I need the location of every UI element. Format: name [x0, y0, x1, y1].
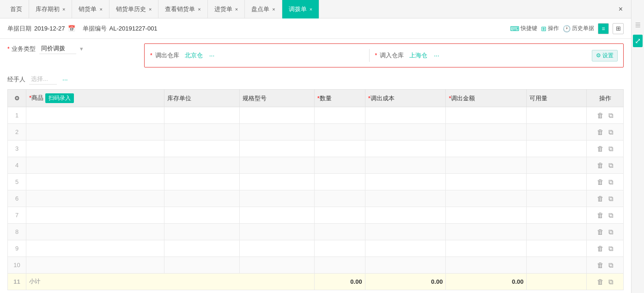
unit-cell-3[interactable]: [164, 140, 239, 157]
delete-button-6[interactable]: 🗑: [596, 195, 605, 202]
quantity-cell-8[interactable]: [314, 224, 365, 240]
tab-sales-order[interactable]: 销货单 ×: [72, 0, 109, 18]
settings-button[interactable]: ⚙ 设置: [592, 50, 618, 61]
copy-button-1[interactable]: ⧉: [608, 111, 614, 120]
spec-cell-2[interactable]: [239, 124, 314, 140]
transfer-in-more-icon[interactable]: ···: [434, 52, 439, 59]
unit-cell-10[interactable]: [164, 257, 239, 274]
quantity-cell-4[interactable]: [314, 157, 365, 174]
product-cell-6[interactable]: [26, 190, 164, 207]
handler-value[interactable]: 选择...: [29, 74, 57, 85]
tab-stocktake-close[interactable]: ×: [272, 6, 275, 12]
delete-button-1[interactable]: 🗑: [596, 111, 605, 119]
cost-cell-9[interactable]: [365, 240, 446, 257]
transfer-out-more-icon[interactable]: ···: [209, 52, 215, 59]
amount-cell-7[interactable]: [446, 207, 527, 224]
sidebar-list-icon[interactable]: ≣: [633, 18, 643, 31]
spec-cell-10[interactable]: [239, 257, 314, 274]
business-type-value[interactable]: 同价调拨: [39, 43, 76, 54]
scan-input-button[interactable]: 扫码录入: [45, 93, 74, 103]
unit-cell-1[interactable]: [164, 107, 239, 124]
copy-button-5[interactable]: ⧉: [608, 178, 614, 186]
transfer-out-value[interactable]: 北京仓: [185, 51, 203, 60]
amount-cell-2[interactable]: [446, 124, 527, 140]
amount-cell-9[interactable]: [446, 240, 527, 257]
cost-cell-10[interactable]: [365, 257, 446, 274]
delete-button-10[interactable]: 🗑: [596, 261, 605, 269]
tab-sales-order-close[interactable]: ×: [99, 6, 102, 12]
cost-cell-6[interactable]: [365, 190, 446, 207]
delete-button-11[interactable]: 🗑: [596, 278, 605, 286]
copy-button-2[interactable]: ⧉: [608, 128, 614, 136]
spec-cell-3[interactable]: [239, 140, 314, 157]
transfer-in-value[interactable]: 上海仓: [409, 51, 427, 60]
operations-button[interactable]: ⊞ 操作: [541, 24, 559, 32]
quantity-cell-10[interactable]: [314, 257, 365, 274]
copy-button-6[interactable]: ⧉: [608, 195, 614, 203]
product-cell-2[interactable]: [26, 124, 164, 140]
product-cell-10[interactable]: [26, 257, 164, 274]
quantity-cell-5[interactable]: [314, 174, 365, 190]
cost-cell-8[interactable]: [365, 224, 446, 240]
quantity-cell-3[interactable]: [314, 140, 365, 157]
unit-cell-6[interactable]: [164, 190, 239, 207]
unit-cell-7[interactable]: [164, 207, 239, 224]
unit-cell-9[interactable]: [164, 240, 239, 257]
sidebar-expand-icon[interactable]: ⤢: [633, 35, 643, 47]
product-cell-1[interactable]: [26, 107, 164, 124]
product-cell-5[interactable]: [26, 174, 164, 190]
amount-cell-3[interactable]: [446, 140, 527, 157]
product-cell-4[interactable]: [26, 157, 164, 174]
product-cell-7[interactable]: [26, 207, 164, 224]
calendar-icon[interactable]: 📅: [68, 25, 75, 32]
quantity-cell-9[interactable]: [314, 240, 365, 257]
business-type-dropdown-icon[interactable]: ▾: [80, 45, 83, 52]
spec-cell-4[interactable]: [239, 157, 314, 174]
amount-cell-4[interactable]: [446, 157, 527, 174]
lines-view-button[interactable]: ≡: [598, 23, 609, 34]
cost-cell-1[interactable]: [365, 107, 446, 124]
spec-cell-7[interactable]: [239, 207, 314, 224]
tab-home[interactable]: 首页: [4, 0, 29, 18]
unit-cell-8[interactable]: [164, 224, 239, 240]
unit-cell-4[interactable]: [164, 157, 239, 174]
grid-view-button[interactable]: ⊞: [613, 23, 624, 34]
copy-button-10[interactable]: ⧉: [608, 261, 614, 269]
quantity-cell-2[interactable]: [314, 124, 365, 140]
tab-purchase-order[interactable]: 进货单 ×: [208, 0, 245, 18]
tab-transfer[interactable]: 调拨单 ×: [282, 0, 319, 18]
handler-more-icon[interactable]: ···: [62, 76, 68, 83]
quantity-cell-6[interactable]: [314, 190, 365, 207]
copy-button-4[interactable]: ⧉: [608, 161, 614, 170]
tab-sales-history[interactable]: 销货单历史 ×: [109, 0, 158, 18]
delete-button-9[interactable]: 🗑: [596, 244, 605, 252]
close-all-tabs-button[interactable]: ×: [614, 5, 627, 13]
delete-button-8[interactable]: 🗑: [596, 228, 605, 236]
copy-button-3[interactable]: ⧉: [608, 145, 614, 153]
quantity-cell-7[interactable]: [314, 207, 365, 224]
delete-button-3[interactable]: 🗑: [596, 145, 605, 153]
delete-button-2[interactable]: 🗑: [596, 128, 605, 136]
amount-cell-1[interactable]: [446, 107, 527, 124]
spec-cell-8[interactable]: [239, 224, 314, 240]
cost-cell-3[interactable]: [365, 140, 446, 157]
delete-button-4[interactable]: 🗑: [596, 161, 605, 169]
amount-cell-8[interactable]: [446, 224, 527, 240]
unit-cell-5[interactable]: [164, 174, 239, 190]
product-cell-11[interactable]: 小计: [26, 274, 315, 290]
tab-purchase-order-close[interactable]: ×: [235, 6, 238, 12]
tab-stocktake[interactable]: 盘点单 ×: [245, 0, 282, 18]
tab-transfer-close[interactable]: ×: [310, 6, 312, 12]
product-cell-3[interactable]: [26, 140, 164, 157]
spec-cell-6[interactable]: [239, 190, 314, 207]
cost-cell-2[interactable]: [365, 124, 446, 140]
tab-view-sales[interactable]: 查看销货单 ×: [158, 0, 207, 18]
cost-cell-4[interactable]: [365, 157, 446, 174]
amount-cell-10[interactable]: [446, 257, 527, 274]
unit-cell-2[interactable]: [164, 124, 239, 140]
tab-view-sales-close[interactable]: ×: [198, 6, 200, 12]
product-cell-9[interactable]: [26, 240, 164, 257]
cost-cell-7[interactable]: [365, 207, 446, 224]
spec-cell-5[interactable]: [239, 174, 314, 190]
copy-button-11[interactable]: ⧉: [608, 278, 614, 286]
